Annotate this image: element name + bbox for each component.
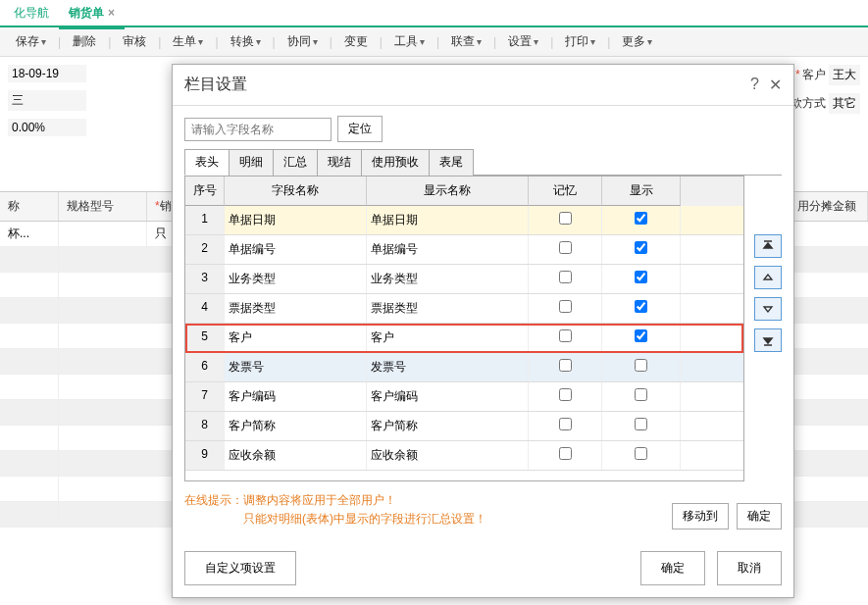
cancel-button[interactable]: 取消 (717, 551, 782, 585)
ok-small-button[interactable]: 确定 (737, 503, 782, 529)
tab-cash[interactable]: 现结 (317, 149, 362, 176)
table-row[interactable]: 1单据日期单据日期 (185, 206, 743, 235)
col-field: 字段名称 (225, 176, 367, 206)
tools-button[interactable]: 工具▾ (386, 29, 433, 54)
tab-nav[interactable]: 化导航 (4, 0, 59, 27)
seq-cell: 4 (185, 294, 225, 323)
memory-checkbox[interactable] (559, 300, 572, 313)
memory-checkbox[interactable] (559, 271, 572, 283)
field-cell: 客户编码 (225, 382, 367, 411)
change-button[interactable]: 变更 (336, 29, 376, 54)
save-button[interactable]: 保存▾ (8, 29, 54, 54)
make-button[interactable]: 生单▾ (165, 29, 211, 54)
show-cell (602, 353, 681, 381)
move-down-button[interactable] (754, 297, 782, 321)
show-checkbox[interactable] (635, 300, 647, 313)
display-cell: 客户简称 (367, 412, 529, 440)
ok-button[interactable]: 确定 (640, 551, 705, 585)
table-row[interactable]: 5客户客户 (185, 324, 743, 353)
col-show: 显示 (602, 176, 681, 206)
show-checkbox[interactable] (635, 359, 647, 372)
san-field: 三 (8, 90, 86, 111)
print-button[interactable]: 打印▾ (557, 29, 603, 54)
memory-checkbox[interactable] (559, 418, 572, 430)
memory-checkbox[interactable] (559, 447, 572, 460)
modal-header: 栏目设置 ? ✕ (173, 65, 793, 106)
chevron-down-icon: ▾ (313, 36, 318, 47)
chevron-down-icon: ▾ (647, 36, 652, 47)
move-top-button[interactable] (754, 234, 782, 258)
more-button[interactable]: 更多▾ (614, 29, 660, 54)
table-row[interactable]: 7客户编码客户编码 (185, 382, 743, 412)
move-to-button[interactable]: 移动到 (672, 503, 729, 529)
memory-cell (529, 382, 602, 411)
display-cell: 发票号 (367, 353, 529, 381)
show-checkbox[interactable] (635, 418, 647, 430)
table-row[interactable]: 9应收余额应收余额 (185, 441, 743, 471)
memory-checkbox[interactable] (559, 359, 572, 372)
seq-cell: 3 (185, 265, 225, 293)
custom-items-button[interactable]: 自定义项设置 (184, 551, 296, 585)
locate-button[interactable]: 定位 (337, 116, 383, 142)
show-checkbox[interactable] (635, 329, 647, 342)
tab-prepay[interactable]: 使用预收 (361, 149, 430, 176)
show-cell (602, 412, 681, 440)
tab-footer[interactable]: 表尾 (429, 149, 474, 176)
column-settings-modal: 栏目设置 ? ✕ 定位 表头 明细 汇总 现结 使用预收 表尾 序号 字段名称 (172, 64, 794, 598)
memory-cell (529, 235, 602, 264)
show-checkbox[interactable] (635, 388, 647, 401)
show-checkbox[interactable] (635, 241, 647, 254)
audit-button[interactable]: 审核 (115, 29, 154, 54)
move-up-button[interactable] (754, 266, 782, 289)
field-cell: 票据类型 (225, 294, 367, 323)
show-cell (602, 235, 681, 264)
table-row[interactable]: 6发票号发票号 (185, 353, 743, 382)
lookup-button[interactable]: 联查▾ (443, 29, 489, 54)
chevron-down-icon: ▾ (41, 36, 46, 47)
table-row[interactable]: 2单据编号单据编号 (185, 235, 743, 265)
delete-button[interactable]: 删除 (65, 29, 104, 54)
table-row[interactable]: 8客户简称客户简称 (185, 412, 743, 441)
show-cell (602, 441, 681, 470)
help-icon[interactable]: ? (750, 76, 759, 94)
table-row[interactable]: 4票据类型票据类型 (185, 294, 743, 324)
table-row[interactable]: 3业务类型业务类型 (185, 265, 743, 294)
seq-cell: 7 (185, 382, 225, 411)
settings-button[interactable]: 设置▾ (500, 29, 546, 54)
move-bottom-button[interactable] (754, 328, 782, 352)
display-cell: 客户 (367, 324, 529, 352)
memory-checkbox[interactable] (559, 212, 572, 225)
field-cell: 客户 (225, 324, 367, 352)
seq-cell: 9 (185, 441, 225, 470)
display-cell: 票据类型 (367, 294, 529, 323)
field-cell: 单据编号 (225, 235, 367, 264)
collab-button[interactable]: 协同▾ (280, 29, 326, 54)
mover-buttons (754, 176, 782, 481)
tab-detail[interactable]: 明细 (229, 149, 274, 176)
show-checkbox[interactable] (635, 447, 647, 460)
display-cell: 单据日期 (367, 206, 529, 234)
memory-checkbox[interactable] (559, 388, 572, 401)
close-icon[interactable]: ✕ (769, 76, 782, 94)
toolbar: 保存▾ | 删除 | 审核 | 生单▾ | 转换▾ | 协同▾ | 变更 | 工… (0, 27, 868, 57)
tab-summary[interactable]: 汇总 (273, 149, 318, 176)
show-cell (602, 382, 681, 411)
seq-cell: 5 (185, 324, 225, 352)
tab-header[interactable]: 表头 (184, 149, 230, 176)
chevron-down-icon: ▾ (420, 36, 425, 47)
tab-sales[interactable]: 销货单× (59, 0, 125, 29)
modal-footer: 自定义项设置 确定 取消 (173, 539, 793, 597)
memory-checkbox[interactable] (559, 329, 572, 342)
seq-cell: 8 (185, 412, 225, 440)
memory-checkbox[interactable] (559, 241, 572, 254)
convert-button[interactable]: 转换▾ (223, 29, 269, 54)
field-search-input[interactable] (184, 118, 332, 141)
right-info: *客户 王大 款方式 其它 (783, 57, 868, 129)
close-icon[interactable]: × (108, 6, 115, 20)
memory-cell (529, 324, 602, 352)
modal-title: 栏目设置 (184, 75, 247, 95)
inner-tabs: 表头 明细 汇总 现结 使用预收 表尾 (184, 148, 782, 176)
show-checkbox[interactable] (635, 271, 647, 283)
show-checkbox[interactable] (635, 212, 647, 225)
memory-cell (529, 206, 602, 234)
